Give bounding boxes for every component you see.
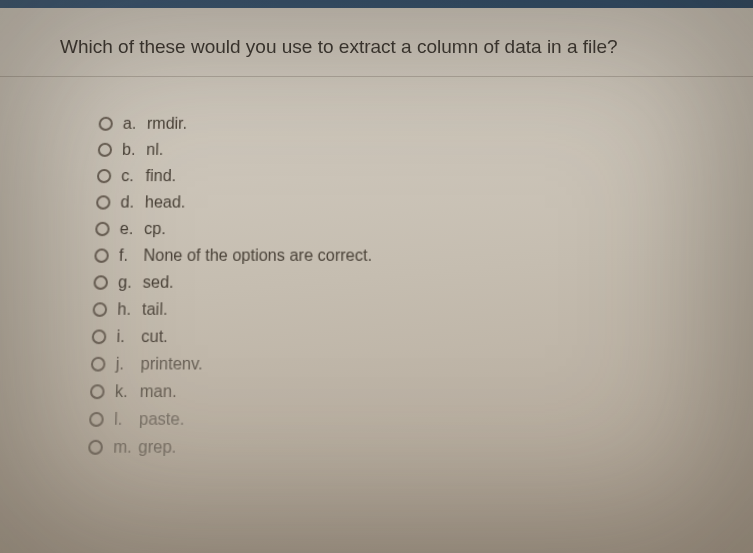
option-d[interactable]: d. head. xyxy=(96,193,753,211)
option-f[interactable]: f. None of the options are correct. xyxy=(94,246,753,265)
option-letter: i. xyxy=(116,327,141,346)
option-letter: k. xyxy=(115,382,140,401)
option-text: rmdir. xyxy=(147,115,753,133)
option-text: grep. xyxy=(138,438,753,457)
option-a[interactable]: a. rmdir. xyxy=(98,115,753,133)
option-j[interactable]: j. printenv. xyxy=(91,355,753,374)
option-text: printenv. xyxy=(140,355,753,374)
option-letter: d. xyxy=(120,193,145,211)
option-text: cp. xyxy=(144,220,753,238)
option-e[interactable]: e. cp. xyxy=(95,220,753,238)
option-text: find. xyxy=(145,167,753,185)
radio-icon[interactable] xyxy=(90,384,105,399)
option-text: sed. xyxy=(142,273,753,292)
radio-icon[interactable] xyxy=(95,222,110,236)
option-letter: b. xyxy=(122,141,147,159)
option-letter: h. xyxy=(117,300,142,319)
option-letter: l. xyxy=(114,410,139,429)
option-l[interactable]: l. paste. xyxy=(89,410,753,429)
radio-icon[interactable] xyxy=(97,169,112,183)
radio-icon[interactable] xyxy=(99,117,114,131)
option-letter: f. xyxy=(119,246,144,265)
option-g[interactable]: g. sed. xyxy=(93,273,753,292)
option-text: cut. xyxy=(141,327,753,346)
option-letter: g. xyxy=(118,273,143,292)
option-letter: a. xyxy=(123,115,148,133)
option-i[interactable]: i. cut. xyxy=(92,327,753,346)
option-text: man. xyxy=(140,382,753,401)
radio-icon[interactable] xyxy=(92,302,107,317)
option-text: tail. xyxy=(142,300,753,319)
radio-icon[interactable] xyxy=(96,195,111,209)
radio-icon[interactable] xyxy=(94,248,109,262)
option-text: None of the options are correct. xyxy=(143,246,753,265)
option-text: nl. xyxy=(146,141,753,159)
option-text: head. xyxy=(145,193,753,211)
question-text: Which of these would you use to extract … xyxy=(0,8,753,77)
option-text: paste. xyxy=(139,410,753,429)
options-list: a. rmdir. b. nl. c. find. d. head. e. cp… xyxy=(0,85,753,457)
option-letter: j. xyxy=(115,355,140,374)
option-letter: m. xyxy=(113,438,139,457)
option-c[interactable]: c. find. xyxy=(97,167,753,185)
radio-icon[interactable] xyxy=(98,143,113,157)
radio-icon[interactable] xyxy=(93,275,108,290)
option-k[interactable]: k. man. xyxy=(90,382,753,401)
radio-icon[interactable] xyxy=(91,357,106,372)
radio-icon[interactable] xyxy=(88,440,103,455)
option-h[interactable]: h. tail. xyxy=(92,300,753,319)
option-m[interactable]: m. grep. xyxy=(88,438,753,457)
option-letter: e. xyxy=(119,220,144,238)
radio-icon[interactable] xyxy=(89,412,104,427)
option-b[interactable]: b. nl. xyxy=(98,141,753,159)
radio-icon[interactable] xyxy=(92,329,107,344)
option-letter: c. xyxy=(121,167,146,185)
header-accent-bar xyxy=(0,0,753,8)
